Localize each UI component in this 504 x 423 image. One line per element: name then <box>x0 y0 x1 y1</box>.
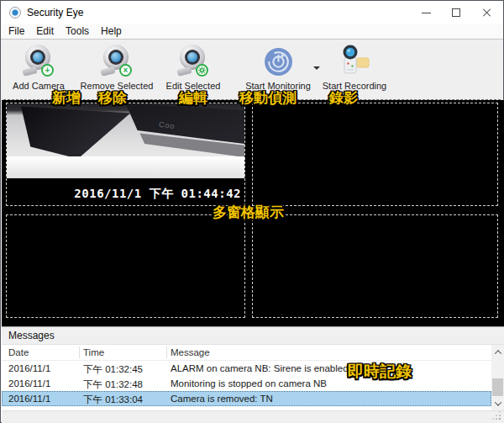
chevron-down-icon <box>494 399 501 405</box>
annotation-motion-detect: 移動偵測 <box>239 88 297 108</box>
messages-panel-title: Messages <box>2 326 504 345</box>
plus-badge-icon: + <box>41 64 54 77</box>
table-row-selected[interactable]: 2016/11/1 下午 01:33:04 Camera is removed:… <box>2 391 491 406</box>
chevron-up-icon <box>494 350 501 357</box>
annotation-add: 新增 <box>52 88 81 108</box>
menu-bar: File Edit Tools Help <box>1 24 503 39</box>
webcam-add-icon: + <box>22 45 55 78</box>
cell-date: 2016/11/1 <box>8 363 50 373</box>
cell-message: Camera is removed: TN <box>171 394 273 404</box>
cell-message: ALARM on camera NB: Sirene is enabled <box>171 363 349 373</box>
cell-time: 下午 01:32:48 <box>83 378 143 391</box>
title-bar: Security Eye <box>1 1 503 24</box>
app-eye-icon <box>9 7 21 19</box>
column-divider <box>79 346 80 358</box>
messages-table-header: Date Time Message <box>2 345 491 361</box>
close-button[interactable] <box>473 1 500 24</box>
camera-cell-2[interactable] <box>252 103 498 206</box>
scroll-up-button[interactable] <box>491 346 504 358</box>
edit-selected-button[interactable]: Edit Selected <box>160 45 227 91</box>
maximize-button[interactable] <box>443 1 470 24</box>
cell-message: Monitoring is stopped on camera NB <box>171 378 327 389</box>
photo-bright-band <box>7 156 244 178</box>
annotation-record: 錄影 <box>329 88 358 108</box>
radar-monitoring-icon <box>263 45 294 78</box>
resize-grip[interactable] <box>499 418 501 420</box>
menu-tools[interactable]: Tools <box>60 24 95 39</box>
annotation-remove: 移除 <box>98 88 127 108</box>
column-header-time[interactable]: Time <box>83 347 104 357</box>
menu-file[interactable]: File <box>3 24 30 39</box>
column-divider <box>166 346 167 358</box>
cell-time: 下午 01:32:45 <box>83 363 143 376</box>
annotation-realtime-log: 即時記錄 <box>348 361 412 383</box>
start-monitoring-button[interactable]: Start Monitoring <box>243 45 313 91</box>
status-bar <box>2 410 504 423</box>
start-recording-button[interactable]: Start Recording <box>319 45 390 91</box>
table-row[interactable]: 2016/11/1 下午 01:32:45 ALARM on camera NB… <box>2 361 491 376</box>
column-header-date[interactable]: Date <box>8 347 29 357</box>
add-camera-button[interactable]: + Add Camera <box>8 45 70 91</box>
camera-cell-3[interactable] <box>6 214 245 318</box>
scroll-down-button[interactable] <box>491 397 504 410</box>
webcam-edit-icon <box>176 45 210 78</box>
camera-cell-4[interactable] <box>252 214 498 318</box>
table-row[interactable]: 2016/11/1 下午 01:32:48 Monitoring is stop… <box>2 376 491 391</box>
annotation-edit: 編輯 <box>179 88 207 108</box>
cell-date: 2016/11/1 <box>8 394 50 404</box>
scrollbar-thumb[interactable] <box>492 378 503 396</box>
window-title: Security Eye <box>27 7 83 19</box>
close-icon <box>481 8 491 18</box>
menu-help[interactable]: Help <box>95 24 128 39</box>
webcam-remove-icon: × <box>100 45 134 78</box>
remove-selected-button[interactable]: × Remove Selected <box>79 45 155 91</box>
cross-badge-icon: × <box>119 64 132 77</box>
annotation-multi-pane: 多窗格顯示 <box>213 203 284 222</box>
cell-date: 2016/11/1 <box>8 378 50 389</box>
camera-cell-1[interactable]: Coo 2016/11/1 下午 01:44:42 <box>6 103 245 206</box>
messages-table: Date Time Message 2016/11/1 下午 01:32:45 … <box>2 345 504 410</box>
camcorder-recording-icon <box>337 45 372 78</box>
maximize-icon <box>452 8 460 17</box>
vertical-scrollbar[interactable] <box>491 345 504 410</box>
menu-edit[interactable]: Edit <box>30 24 60 39</box>
app-window: Security Eye File Edit Tools Help + Add … <box>0 0 504 423</box>
minimize-icon <box>422 13 431 13</box>
minimize-button[interactable] <box>412 1 439 24</box>
gear-badge-icon <box>196 64 208 77</box>
cell-time: 下午 01:33:04 <box>83 394 143 406</box>
webcam-snapshot: Coo <box>7 103 244 178</box>
camera-timestamp: 2016/11/1 下午 01:44:42 <box>74 187 241 202</box>
column-header-message[interactable]: Message <box>171 347 210 357</box>
